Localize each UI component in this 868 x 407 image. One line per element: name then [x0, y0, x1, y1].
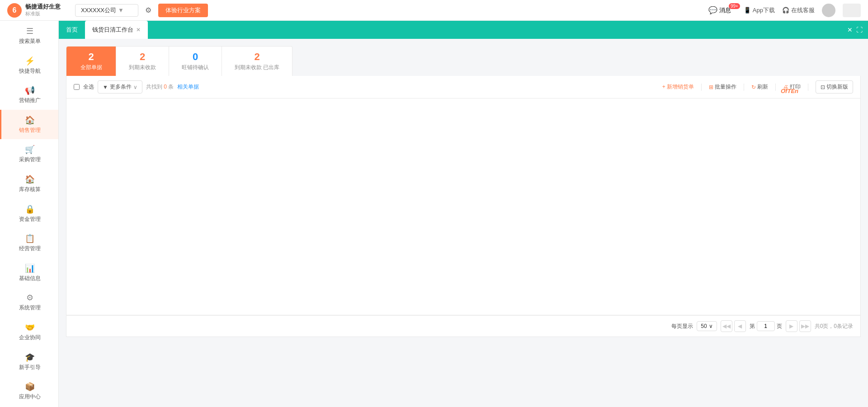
switch-new-version-button[interactable]: ⊡ 切换新版 — [816, 80, 853, 94]
tab-active-label: 钱货日清工作台 — [92, 26, 133, 34]
tab-maximize-icon[interactable]: ⛶ — [856, 26, 863, 33]
trial-button[interactable]: 体验行业方案 — [158, 4, 208, 17]
toolbar-divider2 — [744, 84, 744, 91]
sidebar-item-enterprise[interactable]: 🤝 企业协同 — [0, 317, 58, 347]
tab-qianhuoqingong[interactable]: 钱货日清工作台 ✕ — [85, 21, 148, 39]
purchase-icon: 🛒 — [25, 145, 35, 154]
sales-icon: 🏠 — [25, 115, 35, 125]
stats-tabs: 2 全部单据 2 到期未收款 0 旺铺待确认 2 到期未收款 已出库 — [66, 46, 292, 76]
sidebar-item-finance[interactable]: 🔒 资金管理 — [0, 199, 58, 229]
sidebar-item-label: 销售管理 — [19, 127, 41, 134]
sidebar-item-label: 系统管理 — [19, 304, 41, 312]
sidebar-item-label: 基础信息 — [19, 275, 41, 282]
batch-icon: ⊞ — [709, 84, 713, 90]
chevron-down-icon: ∨ — [709, 323, 713, 329]
batch-operation-button[interactable]: ⊞ 批量操作 — [709, 83, 736, 91]
logo-area: 6 畅捷通好生意 标准版 — [7, 3, 66, 18]
prev-page-button[interactable]: ◀ — [734, 320, 746, 332]
page-number-input[interactable] — [757, 321, 775, 331]
download-icon: 📱 — [744, 7, 751, 14]
sidebar-item-app-center[interactable]: 📦 应用中心 — [0, 376, 58, 406]
app-logo: 6 — [7, 3, 22, 18]
company-name: XXXXXX公司 — [81, 6, 116, 14]
main-content: 2 全部单据 2 到期未收款 0 旺铺待确认 2 到期未收款 已出库 全选 ▼ … — [59, 39, 868, 407]
online-service-btn[interactable]: 🎧 在线客服 — [782, 6, 815, 14]
quick-nav-icon: ⚡ — [25, 56, 35, 66]
system-icon: ⚙ — [26, 293, 33, 303]
switch-label: 切换新版 — [826, 83, 848, 91]
page-suffix: 页 — [777, 323, 782, 330]
sidebar-item-inventory[interactable]: 🏠 库存核算 — [0, 169, 58, 199]
first-page-button[interactable]: ◀◀ — [721, 320, 732, 332]
table-area — [66, 98, 861, 315]
operation-icon: 📋 — [25, 234, 35, 243]
sidebar-item-system[interactable]: ⚙ 系统管理 — [0, 287, 58, 317]
often-badge: OfTEn — [781, 88, 798, 94]
stat-tab-overdue[interactable]: 2 到期未收款 — [116, 47, 169, 76]
message-icon: 💬 — [708, 6, 717, 14]
sidebar-item-operation[interactable]: 📋 经营管理 — [0, 228, 58, 258]
stat-label-all: 全部单据 — [80, 64, 102, 71]
filter-icon: ▼ — [103, 84, 108, 90]
refresh-button[interactable]: ↻ 刷新 — [751, 83, 768, 91]
stat-label-overdue: 到期未收款 — [129, 64, 156, 71]
tab-bar-actions: ✕ ⛶ — [847, 26, 868, 33]
page-input-area: 第 页 — [750, 321, 782, 331]
tab-close-icon[interactable]: ✕ — [136, 27, 141, 33]
logo-text: 畅捷通好生意 标准版 — [25, 3, 61, 17]
page-size-value: 50 — [701, 323, 707, 329]
sidebar: ☰ 搜索菜单 ⚡ 快捷导航 📢 营销推广 🏠 销售管理 🛒 采购管理 🏠 库存核… — [0, 21, 59, 407]
user-name[interactable] — [843, 4, 861, 17]
app-subtitle: 标准版 — [25, 10, 61, 17]
tab-home-label: 首页 — [66, 26, 78, 34]
sidebar-item-marketing[interactable]: 📢 营销推广 — [0, 80, 58, 110]
next-page-button[interactable]: ▶ — [786, 320, 797, 332]
stat-tab-wangpu[interactable]: 0 旺铺待确认 — [169, 47, 222, 76]
marketing-icon: 📢 — [25, 85, 35, 95]
user-avatar[interactable] — [822, 4, 835, 17]
settings-icon[interactable]: ⚙ — [142, 4, 155, 17]
toolbar-divider4 — [808, 84, 808, 91]
sidebar-item-sales[interactable]: 🏠 销售管理 — [0, 110, 58, 140]
tab-minimize-icon[interactable]: ✕ — [847, 26, 853, 33]
stat-tab-all[interactable]: 2 全部单据 — [66, 47, 116, 76]
stat-num-shipped: 2 — [255, 51, 260, 63]
sidebar-item-label: 营销推广 — [19, 97, 41, 104]
found-text: 共找到 0 条 — [146, 83, 174, 91]
filter-button[interactable]: ▼ 更多条件 ∨ — [98, 80, 142, 94]
company-selector[interactable]: XXXXXX公司 ▼ — [75, 4, 138, 17]
sidebar-item-base-info[interactable]: 📊 基础信息 — [0, 258, 58, 288]
refresh-icon: ↻ — [751, 84, 756, 90]
chevron-down-icon: ▼ — [118, 7, 124, 14]
stat-tab-shipped[interactable]: 2 到期未收款 已出库 — [222, 47, 292, 76]
stat-num-all: 2 — [88, 51, 94, 63]
app-center-icon: 📦 — [25, 382, 35, 392]
sidebar-item-label: 快捷导航 — [19, 68, 41, 75]
page-label: 第 — [750, 323, 755, 330]
page-navigation: ◀◀ ◀ — [721, 320, 746, 332]
found-num: 0 — [164, 84, 167, 90]
sidebar-item-search-menu[interactable]: ☰ 搜索菜单 — [0, 21, 58, 51]
add-sales-order-button[interactable]: + 新增销货单 — [662, 83, 694, 91]
enterprise-icon: 🤝 — [25, 323, 35, 332]
last-page-button[interactable]: ▶▶ — [799, 320, 811, 332]
sidebar-item-purchase[interactable]: 🛒 采购管理 — [0, 139, 58, 169]
sidebar-item-label: 新手引导 — [19, 364, 41, 371]
top-header: 6 畅捷通好生意 标准版 XXXXXX公司 ▼ ⚙ 体验行业方案 💬 消息 99… — [0, 0, 868, 21]
page-size-selector[interactable]: 50 ∨ — [697, 321, 717, 331]
search-menu-icon: ☰ — [26, 26, 33, 36]
app-download-label: App下载 — [753, 6, 775, 14]
batch-label: 批量操作 — [715, 83, 736, 91]
tab-home[interactable]: 首页 — [59, 21, 85, 39]
sidebar-item-label: 应用中心 — [19, 393, 41, 401]
sidebar-item-label: 库存核算 — [19, 186, 41, 193]
related-link[interactable]: 相关单据 — [177, 83, 199, 91]
sidebar-item-guide[interactable]: 🎓 新手引导 — [0, 347, 58, 377]
inventory-icon: 🏠 — [25, 174, 35, 184]
message-area[interactable]: 💬 消息 99+ — [703, 6, 736, 14]
pagination: 每页显示 50 ∨ ◀◀ ◀ 第 页 ▶ ▶▶ 共0页，0条记录 — [66, 315, 861, 337]
sidebar-item-quick-nav[interactable]: ⚡ 快捷导航 — [0, 51, 58, 80]
select-all-checkbox[interactable] — [74, 84, 80, 90]
app-download-btn[interactable]: 📱 App下载 — [744, 6, 775, 14]
service-icon: 🎧 — [782, 7, 789, 14]
